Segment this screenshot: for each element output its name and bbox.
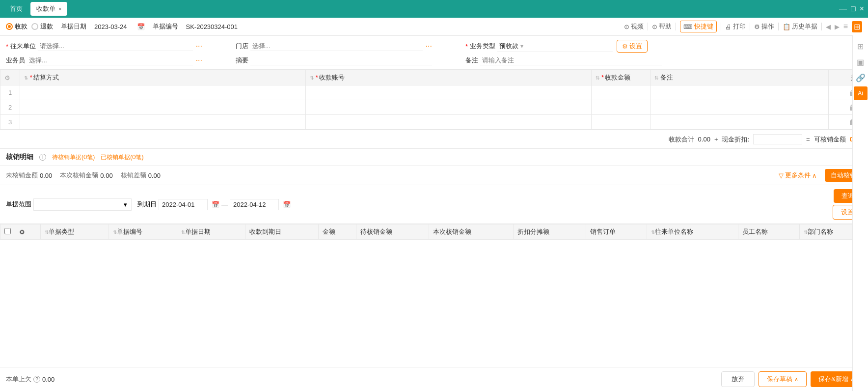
diff-label: 核销差额 <box>121 171 146 180</box>
history-btn[interactable]: 📋 历史单据 <box>783 22 817 31</box>
date-value: 2023-03-24 <box>94 23 127 30</box>
help-label: 帮助 <box>659 22 672 31</box>
row-3-remarks[interactable] <box>651 115 829 130</box>
date-from-input[interactable] <box>159 199 208 210</box>
nav-next-icon[interactable]: ▶ <box>835 23 840 30</box>
help-btn[interactable]: ⊙ 帮助 <box>652 22 672 31</box>
shop-label: 门店 <box>236 42 248 51</box>
range-select[interactable]: ▾ <box>33 198 132 211</box>
sidebar-scan-icon[interactable]: Ai <box>854 86 868 100</box>
row-3-num: 3 <box>0 115 20 130</box>
pending-count: 0 <box>83 153 87 161</box>
close-window-icon[interactable]: × <box>860 4 864 13</box>
reconcile-filter: 单据范围 ▾ 到期日 📅 — 📅 查询 设置 <box>0 185 868 224</box>
row-3-settle[interactable] <box>20 115 306 130</box>
shortcut-btn[interactable]: ⌨ 快捷键 <box>680 21 717 32</box>
radio-refund[interactable]: 退款 <box>31 22 53 31</box>
remarks-input[interactable] <box>480 56 662 65</box>
date-to-cal-icon[interactable]: 📅 <box>283 201 291 208</box>
th-doc-date: ⇅单据日期 <box>177 224 245 240</box>
table-settings-icon[interactable]: ⚙ <box>4 74 10 82</box>
balance-info-icon[interactable]: ? <box>33 376 40 383</box>
row-2-amount[interactable] <box>592 100 651 115</box>
done-tab[interactable]: 已核销单据(0笔) <box>101 153 143 162</box>
operate-label: 操作 <box>761 22 774 31</box>
reconcile-stats: 未核销金额 0.00 本次核销金额 0.00 核销差额 0.00 ▽ 更多条件 … <box>0 166 868 185</box>
video-label: 视频 <box>631 22 644 31</box>
discard-btn[interactable]: 放弃 <box>721 371 755 387</box>
maximize-icon[interactable]: □ <box>851 4 856 13</box>
save-draft-arrow[interactable]: ∧ <box>794 376 798 383</box>
row-3-account[interactable] <box>306 115 592 130</box>
layout-list-icon[interactable]: ≡ <box>843 22 848 31</box>
operate-icon: ⚙ <box>754 23 760 30</box>
sidebar-table-icon[interactable]: ⊞ <box>854 39 868 53</box>
row-2-account[interactable] <box>306 100 592 115</box>
nav-tab-home[interactable]: 首页 <box>4 2 28 16</box>
counterpart-input[interactable] <box>38 41 193 51</box>
shop-more-btn[interactable]: ··· <box>426 42 432 51</box>
operate-btn[interactable]: ⚙ 操作 <box>754 22 774 31</box>
th-discount: 折扣分摊额 <box>513 224 586 240</box>
row-1-remarks[interactable] <box>651 85 829 100</box>
current-label: 本次核销金额 <box>60 171 98 180</box>
save-draft-btn[interactable]: 保存草稿 ∧ <box>759 371 807 387</box>
reconcile-info-icon[interactable]: i <box>39 154 46 161</box>
biz-type-value: 预收款 <box>499 42 518 51</box>
row-1-account[interactable] <box>306 85 592 100</box>
form-row-1: * 往来单位 ··· 门店 ··· * 业务类型 预收款 ▾ ⚙ <box>6 40 862 53</box>
staff-input[interactable] <box>27 56 193 65</box>
shop-field: 门店 ··· <box>236 41 432 51</box>
nav-prev-icon[interactable]: ◀ <box>826 23 831 30</box>
pending-tab[interactable]: 待核销单据(0笔) <box>52 153 95 162</box>
date-from-cal-icon[interactable]: 📅 <box>212 201 219 208</box>
range-arrow: ▾ <box>124 201 127 208</box>
footer-row: 本单上欠 ? 0.00 放弃 保存草稿 ∧ 保存&新增 ∧ <box>0 367 868 391</box>
row-3-amount[interactable] <box>592 115 651 130</box>
bottom-table-wrap[interactable]: ⚙ ⇅单据类型 ⇅单据编号 ⇅单据日期 收款到期日 金额 待核 <box>0 224 868 367</box>
counterpart-more-btn[interactable]: ··· <box>196 42 202 51</box>
layout-grid-icon[interactable]: ⊞ <box>852 21 862 32</box>
th-counterpart-name: ⇅往来单位名称 <box>647 224 738 240</box>
row-2-num: 2 <box>0 100 20 115</box>
remarks-label: 备注 <box>465 56 478 65</box>
current-stat: 本次核销金额 0.00 <box>60 171 112 180</box>
diff-value: 0.00 <box>148 172 161 179</box>
th-remarks: ⇅ 备注 <box>651 70 829 85</box>
settings-btn-label: 设置 <box>629 42 642 51</box>
minimize-icon[interactable]: — <box>839 4 847 13</box>
th-checkbox <box>0 224 15 240</box>
biz-type-select[interactable]: 预收款 ▾ <box>497 41 613 52</box>
top-nav: 首页 收款单 × — □ × <box>0 0 868 18</box>
nav-tab-receipts[interactable]: 收款单 × <box>30 2 67 16</box>
summary-input[interactable] <box>250 56 432 65</box>
shop-input[interactable] <box>250 41 423 51</box>
date-to-input[interactable] <box>230 199 279 210</box>
radio-receipt[interactable]: 收款 <box>6 22 27 31</box>
calendar-icon[interactable]: 📅 <box>137 23 145 30</box>
bottom-table-settings-icon[interactable]: ⚙ <box>19 228 25 236</box>
biz-type-label: 业务类型 <box>470 42 495 51</box>
footer-buttons: 放弃 保存草稿 ∧ 保存&新增 ∧ <box>721 371 862 387</box>
row-1-amount[interactable] <box>592 85 651 100</box>
discount-input[interactable] <box>753 134 802 144</box>
row-2-settle[interactable] <box>20 100 306 115</box>
select-all-checkbox[interactable] <box>4 228 11 234</box>
history-label: 历史单据 <box>792 22 817 31</box>
settings-button[interactable]: ⚙ 设置 <box>617 40 648 53</box>
row-2-remarks[interactable] <box>651 100 829 115</box>
video-btn[interactable]: ⊙ 视频 <box>624 22 644 31</box>
print-btn[interactable]: 🖨 打印 <box>725 22 746 31</box>
sidebar-image-icon[interactable]: ▣ <box>854 55 868 69</box>
close-tab-icon[interactable]: × <box>58 6 61 12</box>
filter-more-btn[interactable]: ▽ 更多条件 ∧ <box>779 171 817 180</box>
remarks-field: 备注 <box>465 56 662 65</box>
history-icon: 📋 <box>783 23 790 30</box>
due-date-field: 到期日 📅 — 📅 <box>137 199 291 210</box>
plus-label: + <box>714 136 718 143</box>
staff-more-btn[interactable]: ··· <box>196 56 202 65</box>
range-field: 单据范围 ▾ <box>6 198 132 211</box>
sidebar-link-icon[interactable]: 🔗 <box>854 71 868 84</box>
row-1-settle[interactable] <box>20 85 306 100</box>
available-label: 可核销金额 <box>814 135 846 144</box>
